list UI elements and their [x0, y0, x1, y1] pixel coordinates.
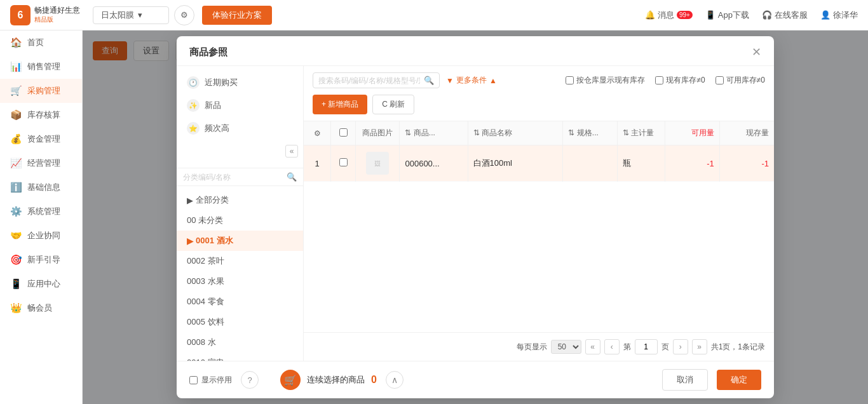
row-img: 🖼: [355, 145, 400, 182]
first-page-button[interactable]: «: [585, 339, 600, 354]
refresh-button[interactable]: C 刷新: [372, 95, 414, 114]
toolbar-right-btns: + 新增商品 C 刷新: [313, 95, 414, 114]
gear-button[interactable]: ⚙: [174, 5, 194, 25]
checkbox-warehouse[interactable]: 按仓库显示现有库存: [566, 75, 645, 86]
inventory-icon: 📦: [10, 109, 22, 121]
more-filter-button[interactable]: ▼ 更多条件 ▲: [446, 75, 497, 86]
sidebar-item-guide[interactable]: 🎯 新手引导: [0, 248, 82, 272]
category-item-00[interactable]: 00 未分类: [177, 210, 303, 231]
sort-icon: ⇅: [473, 128, 480, 137]
category-item-all[interactable]: ▶ 全部分类: [177, 190, 303, 210]
messages-button[interactable]: 🔔 消息 99+: [645, 10, 693, 21]
category-item-0010[interactable]: 0010 家电: [177, 353, 303, 361]
trial-button[interactable]: 体验行业方案: [202, 6, 272, 25]
logo: 6 畅捷通好生意 精品版: [10, 5, 93, 25]
category-search-input[interactable]: [183, 173, 283, 182]
user-avatar[interactable]: 👤 徐泽华: [820, 10, 858, 21]
select-all-checkbox[interactable]: [339, 128, 348, 137]
modal-close-button[interactable]: ✕: [752, 45, 761, 59]
new-products-icon: ✨: [187, 99, 200, 112]
category-item-0001[interactable]: ▶ 0001 酒水: [177, 231, 303, 251]
product-image: 🖼: [366, 152, 389, 175]
category-item-0002[interactable]: 0002 茶叶: [177, 251, 303, 271]
sidebar-item-member[interactable]: 👑 畅会员: [0, 296, 82, 320]
col-header-available: 可用量: [665, 121, 720, 145]
next-page-button[interactable]: ›: [673, 339, 688, 354]
row-code: 000600...: [400, 145, 468, 182]
sidebar-item-system[interactable]: ⚙️ 系统管理: [0, 199, 82, 224]
recent-purchase-icon: 🕐: [187, 76, 200, 89]
chevron-down-icon: ▾: [138, 10, 142, 20]
sidebar-item-purchase[interactable]: 🛒 采购管理: [0, 79, 82, 103]
category-item-0008[interactable]: 0008 水: [177, 332, 303, 353]
col-header-unit[interactable]: ⇅ 主计量: [618, 121, 665, 145]
collapse-left-button[interactable]: «: [285, 145, 298, 158]
app-download-button[interactable]: 📱 App下载: [705, 10, 749, 21]
sidebar-item-sales[interactable]: 📊 销售管理: [0, 55, 82, 79]
cart-icon: 🛒: [280, 370, 301, 390]
tab-new-products[interactable]: ✨ 新品: [177, 94, 303, 117]
filter-icon: ▼: [446, 76, 454, 85]
help-button[interactable]: ?: [241, 371, 259, 389]
system-icon: ⚙️: [10, 206, 22, 217]
add-product-button[interactable]: + 新增商品: [313, 95, 367, 114]
show-disabled-checkbox[interactable]: 显示停用: [189, 375, 232, 386]
product-search-input[interactable]: [318, 76, 420, 85]
store-selector[interactable]: 日太阳膜 ▾: [93, 6, 169, 24]
member-icon: 👑: [10, 302, 22, 314]
col-header-code[interactable]: ⇅ 商品...: [400, 121, 468, 145]
sidebar-item-inventory[interactable]: 📦 库存核算: [0, 103, 82, 127]
modal-backdrop: 商品参照 ✕ 🕐 近期购买 ✨: [83, 30, 868, 404]
checkbox-group: 按仓库显示现有库存 现有库存≠0 可用库存≠0: [566, 75, 765, 86]
sidebar-item-finance[interactable]: 💰 资金管理: [0, 127, 82, 151]
modal-header: 商品参照 ✕: [177, 36, 774, 66]
col-header-name[interactable]: ⇅ 商品名称: [468, 121, 563, 145]
checkbox-available-ne0-input[interactable]: [715, 76, 724, 84]
last-page-button[interactable]: »: [692, 339, 707, 354]
sidebar-item-home[interactable]: 🏠 首页: [0, 30, 82, 55]
modal-footer: 显示停用 ? 🛒 连续选择的商品 0 ∧ 取消 确定: [177, 361, 774, 398]
checkbox-stock-ne0-input[interactable]: [655, 76, 663, 84]
modal-body: 🕐 近期购买 ✨ 新品 ⭐ 频次高 «: [177, 66, 774, 361]
service-button[interactable]: 🎧 在线客服: [762, 10, 808, 21]
col-header-stock: 现存量: [719, 121, 774, 145]
sidebar-item-enterprise[interactable]: 🤝 企业协同: [0, 224, 82, 248]
category-item-0003[interactable]: 0003 水果: [177, 271, 303, 292]
cancel-button[interactable]: 取消: [662, 369, 708, 391]
settings-icon[interactable]: ⚙: [314, 129, 321, 138]
chevron-up-icon: ▲: [489, 76, 497, 85]
checkbox-available-ne0[interactable]: 可用库存≠0: [715, 75, 765, 86]
page-size-select[interactable]: 50: [551, 340, 581, 354]
logo-icon: 6: [10, 5, 31, 25]
modal-left-panel: 🕐 近期购买 ✨ 新品 ⭐ 频次高 «: [177, 66, 304, 361]
page-number-input[interactable]: [635, 339, 658, 354]
high-frequency-icon: ⭐: [187, 122, 200, 135]
headset-icon: 🎧: [762, 10, 772, 20]
footer-collapse-button[interactable]: ∧: [386, 371, 403, 389]
bell-icon: 🔔: [645, 10, 655, 20]
expand-icon: ▶: [187, 236, 193, 246]
category-search-icon[interactable]: 🔍: [287, 172, 297, 182]
col-header-spec[interactable]: ⇅ 规格...: [563, 121, 618, 145]
show-disabled-input[interactable]: [189, 376, 198, 384]
sidebar-item-operations[interactable]: 📈 经营管理: [0, 151, 82, 175]
confirm-button[interactable]: 确定: [717, 370, 761, 390]
category-item-0005[interactable]: 0005 饮料: [177, 312, 303, 332]
purchase-icon: 🛒: [10, 85, 22, 97]
navbar: 6 畅捷通好生意 精品版 日太阳膜 ▾ ⚙ 体验行业方案 🔔 消息 99+ 📱 …: [0, 0, 868, 30]
prev-page-button[interactable]: ‹: [604, 339, 620, 354]
tab-high-frequency[interactable]: ⭐ 频次高: [177, 117, 303, 140]
row-checkbox[interactable]: [331, 145, 356, 182]
checkbox-warehouse-input[interactable]: [566, 76, 574, 84]
expand-all-icon: ▶: [187, 196, 193, 205]
checkbox-stock-ne0[interactable]: 现有库存≠0: [655, 75, 705, 86]
search-icon[interactable]: 🔍: [424, 76, 434, 85]
sidebar-item-appcenter[interactable]: 📱 应用中心: [0, 272, 82, 296]
basics-icon: ℹ️: [10, 182, 22, 193]
category-item-0004[interactable]: 0004 零食: [177, 292, 303, 312]
sidebar: 🏠 首页 📊 销售管理 🛒 采购管理 📦 库存核算 💰 资金管理 📈 经营管理 …: [0, 30, 83, 404]
sidebar-item-basics[interactable]: ℹ️ 基础信息: [0, 175, 82, 199]
tab-recent-purchase[interactable]: 🕐 近期购买: [177, 71, 303, 94]
col-header-num: ⚙: [304, 121, 331, 145]
table-row[interactable]: 1 🖼 000600... 白酒100ml 瓶: [304, 145, 774, 182]
